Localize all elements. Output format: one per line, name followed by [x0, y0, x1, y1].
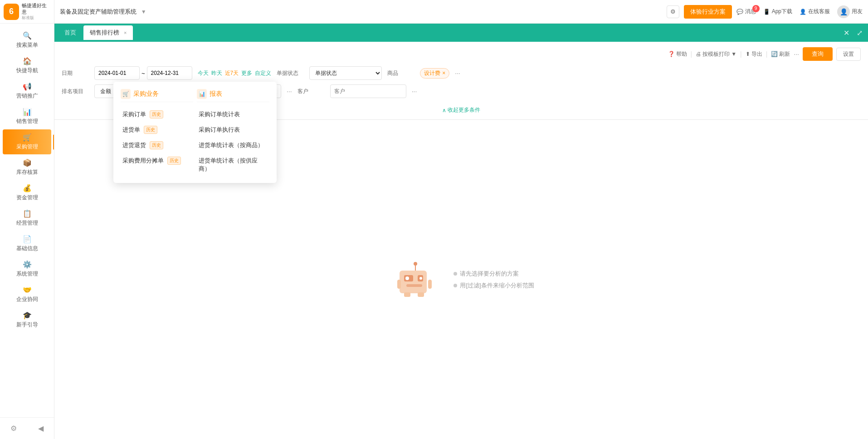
sidebar-item-sales[interactable]: 📊 销售管理 — [3, 104, 51, 129]
sidebar-bottom: ⚙ ◀ — [0, 417, 54, 439]
rank-label: 排名项目 — [62, 88, 89, 95]
empty-illustration — [388, 257, 443, 302]
svg-point-4 — [419, 277, 422, 280]
svg-point-3 — [405, 276, 409, 280]
tab-sales-rank[interactable]: 销售排行榜 × — [83, 25, 133, 40]
tab-expand-btn[interactable]: ⤢ — [855, 28, 864, 38]
tabbar: 首页 销售排行榜 × ✕ ⤢ — [54, 24, 868, 42]
settings-btn[interactable]: 设置 — [836, 48, 861, 61]
svg-rect-0 — [400, 271, 427, 293]
svg-rect-5 — [406, 284, 422, 287]
empty-text: 请先选择要分析的方案 用[过滤]条件来缩小分析范围 — [454, 268, 534, 291]
guide-icon: 🎓 — [23, 311, 32, 320]
user-profile-btn[interactable]: 👤 用友 — [837, 5, 863, 18]
print-btn[interactable]: 🖨 按模板打印 ▼ — [696, 50, 736, 58]
tabbar-actions: ✕ ⤢ — [842, 28, 864, 38]
sidebar-item-quicknav[interactable]: 🏠 快捷导航 — [3, 53, 51, 78]
tab-home[interactable]: 首页 — [58, 25, 83, 40]
sidebar-settings-btn[interactable]: ⚙ — [7, 422, 20, 434]
purchase-icon: 🛒 — [23, 133, 32, 142]
dropdown-purchase-title: 🛒 采购业务 — [121, 89, 193, 102]
date-end-input[interactable] — [147, 66, 192, 80]
quick-date-7days[interactable]: 近7天 — [225, 69, 239, 77]
svg-rect-8 — [404, 292, 410, 297]
sidebar-item-operation[interactable]: 📋 经营管理 — [3, 206, 51, 231]
customer-input[interactable] — [330, 84, 406, 98]
sidebar-menu: 🔍 搜索菜单 🏠 快捷导航 📢 营销推广 📊 销售管理 🛒 采购管理 📦 库存核… — [0, 24, 54, 417]
dropdown-reports-title: 📊 报表 — [197, 89, 269, 102]
more-options-btn[interactable]: ··· — [794, 50, 799, 58]
notification-btn[interactable]: 💬 消息 9 — [736, 8, 756, 15]
export-icon: ⬆ — [746, 51, 750, 57]
doc-status-label: 单据状态 — [277, 69, 304, 77]
enterprise-icon: 🤝 — [23, 286, 32, 294]
topbar-dropdown-icon[interactable]: ▼ — [141, 9, 146, 15]
dropdown-item-purchase-expense[interactable]: 采购费用分摊单 历史 — [121, 154, 193, 168]
tab-close-all-btn[interactable]: ✕ — [842, 28, 851, 38]
customer-label: 客户 — [297, 88, 325, 95]
sidebar-collapse-btn[interactable]: ◀ — [34, 422, 47, 434]
help-btn[interactable]: ❓ 帮助 — [668, 50, 687, 58]
topbar: 装备及固定资产辅助管理系统 ▼ ⚙ 体验行业方案 💬 消息 9 📱 App下载 … — [54, 0, 868, 24]
sidebar-item-system[interactable]: ⚙️ 系统管理 — [3, 256, 51, 281]
dropdown-item-inbound[interactable]: 进货单 历史 — [121, 123, 193, 137]
basic-icon: 📄 — [23, 235, 32, 243]
customer-more-btn[interactable]: ··· — [412, 88, 417, 95]
dropdown-item-inbound-stat-product[interactable]: 进货单统计表（按商品） — [197, 138, 269, 152]
quick-dates: 今天 昨天 近7天 更多 自定义 — [198, 69, 272, 77]
industry-solution-btn[interactable]: 体验行业方案 — [684, 5, 732, 19]
dropdown-item-purchase-order-stat[interactable]: 采购订单统计表 — [197, 108, 269, 121]
sidebar-item-marketing[interactable]: 📢 营销推广 — [3, 79, 51, 104]
dropdown-item-purchase-order-exec[interactable]: 采购订单执行表 — [197, 123, 269, 137]
dropdown-item-inbound-stat-supplier[interactable]: 进货单统计表（按供应商） — [197, 154, 269, 176]
refresh-icon: 🔄 — [771, 51, 778, 57]
service-icon: 👤 — [800, 9, 806, 15]
marketing-icon: 📢 — [23, 82, 32, 91]
sidebar-item-finance[interactable]: 💰 资金管理 — [3, 180, 51, 205]
svg-rect-6 — [397, 280, 401, 289]
system-icon: ⚙️ — [23, 260, 32, 269]
purchase-section-icon: 🛒 — [121, 89, 131, 99]
product-tag-close[interactable]: × — [442, 70, 445, 76]
quick-date-yesterday[interactable]: 昨天 — [211, 69, 222, 77]
svg-rect-7 — [428, 280, 432, 289]
topbar-settings-btn[interactable]: ⚙ — [667, 5, 679, 18]
quick-date-custom[interactable]: 自定义 — [255, 69, 271, 77]
dropdown-item-purchase-order[interactable]: 采购订单 历史 — [121, 108, 193, 121]
quick-date-today[interactable]: 今天 — [198, 69, 209, 77]
collapse-icon: ∧ — [442, 107, 446, 113]
sidebar-item-purchase[interactable]: 🛒 采购管理 — [3, 129, 51, 154]
sidebar-logo: 6 畅捷通好生意 标准版 — [0, 0, 54, 24]
finance-icon: 💰 — [23, 184, 32, 192]
svg-point-11 — [414, 262, 417, 266]
product-tag: 设计费 × — [420, 68, 449, 79]
product-more-btn[interactable]: ··· — [455, 69, 460, 77]
search-icon: 🔍 — [23, 31, 32, 40]
dropdown-item-inbound-return[interactable]: 进货退货 历史 — [121, 138, 193, 152]
date-range: ~ — [94, 66, 192, 80]
sidebar-item-enterprise[interactable]: 🤝 企业协同 — [3, 282, 51, 307]
doc-status-select[interactable]: 单据状态 — [309, 66, 382, 80]
reports-section-icon: 📊 — [197, 89, 207, 99]
inventory-icon: 📦 — [23, 158, 32, 167]
operation-icon: 📋 — [23, 209, 32, 218]
quick-date-more[interactable]: 更多 — [241, 69, 252, 77]
avatar: 👤 — [837, 5, 850, 18]
date-start-input[interactable] — [94, 66, 140, 80]
sidebar-item-inventory[interactable]: 📦 库存核算 — [3, 155, 51, 180]
dropdown-reports-section: 📊 报表 采购订单统计表 采购订单执行表 进货单统计表（按商品） 进货单统计表（… — [197, 89, 269, 176]
salesman-more-btn[interactable]: ··· — [287, 88, 292, 95]
query-btn[interactable]: 查询 — [803, 47, 833, 61]
dropdown-purchase-section: 🛒 采购业务 采购订单 历史 进货单 历史 进货退货 历史 采购费用分摊单 — [121, 89, 193, 176]
sidebar-item-basic[interactable]: 📄 基础信息 — [3, 231, 51, 256]
collapse-btn[interactable]: ∧ 收起更多条件 — [442, 106, 480, 114]
sidebar-item-search[interactable]: 🔍 搜索菜单 — [3, 28, 51, 53]
filter-row-1: 日期 ~ 今天 昨天 近7天 更多 自定义 单据状态 单据状态 — [62, 66, 861, 80]
print-icon: 🖨 — [696, 51, 701, 57]
sidebar-item-guide[interactable]: 🎓 新手引导 — [3, 307, 51, 332]
refresh-btn[interactable]: 🔄 刷新 — [771, 50, 790, 58]
online-service-btn[interactable]: 👤 在线客服 — [800, 8, 830, 15]
app-download-btn[interactable]: 📱 App下载 — [763, 8, 792, 15]
export-btn[interactable]: ⬆ 导出 — [746, 50, 762, 58]
tab-close-btn[interactable]: × — [124, 30, 127, 35]
